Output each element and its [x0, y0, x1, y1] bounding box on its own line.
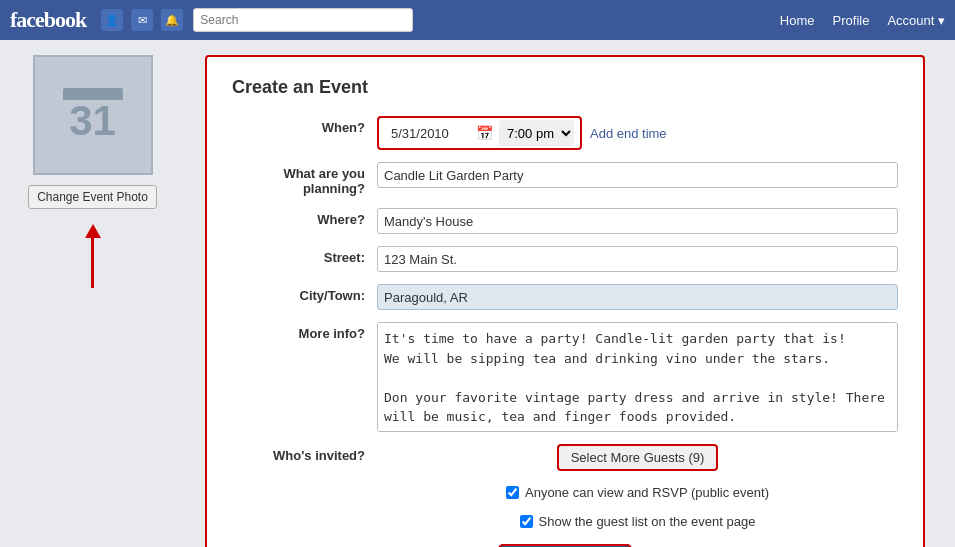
- planning-row: What are you planning?: [232, 162, 898, 196]
- main-content: Create an Event When? 📅 7:00 pm 7:30 pm …: [185, 40, 955, 547]
- arrow-indicator: [85, 224, 101, 288]
- more-info-label: More info?: [232, 322, 377, 341]
- friends-icon[interactable]: 👤: [101, 9, 123, 31]
- top-navigation: facebook 👤 ✉ 🔔 Home Profile Account ▾: [0, 0, 955, 40]
- date-input[interactable]: [385, 120, 470, 146]
- search-input[interactable]: [193, 8, 413, 32]
- planning-label: What are you planning?: [232, 162, 377, 196]
- add-end-time-link[interactable]: Add end time: [590, 126, 667, 141]
- public-event-checkbox[interactable]: [506, 486, 519, 499]
- where-input[interactable]: [377, 208, 898, 234]
- when-label: When?: [232, 116, 377, 135]
- show-guest-list-checkbox-row: Show the guest list on the event page: [520, 514, 756, 529]
- who-invited-row: Who's invited? Select More Guests (9) An…: [232, 444, 898, 529]
- street-field: [377, 246, 898, 272]
- facebook-logo[interactable]: facebook: [10, 7, 86, 33]
- when-row: When? 📅 7:00 pm 7:30 pm 8:00 pm Add end …: [232, 116, 898, 150]
- create-event-card: Create an Event When? 📅 7:00 pm 7:30 pm …: [205, 55, 925, 547]
- planning-input[interactable]: [377, 162, 898, 188]
- city-label: City/Town:: [232, 284, 377, 303]
- arrow-line: [91, 238, 94, 288]
- show-guest-list-checkbox[interactable]: [520, 515, 533, 528]
- more-info-row: More info? It's time to have a party! Ca…: [232, 322, 898, 432]
- calendar-day-number: 31: [69, 100, 116, 142]
- show-guest-list-label: Show the guest list on the event page: [539, 514, 756, 529]
- event-photo-placeholder: 31: [33, 55, 153, 175]
- when-date-time-group: 📅 7:00 pm 7:30 pm 8:00 pm: [377, 116, 582, 150]
- city-input[interactable]: [377, 284, 898, 310]
- left-sidebar: 31 Change Event Photo: [0, 40, 185, 547]
- public-event-checkbox-row: Anyone can view and RSVP (public event): [506, 485, 769, 500]
- calendar-picker-icon[interactable]: 📅: [476, 125, 493, 141]
- calendar-icon: 31: [63, 88, 123, 142]
- who-invited-label: Who's invited?: [232, 444, 377, 463]
- city-row: City/Town:: [232, 284, 898, 310]
- public-event-label: Anyone can view and RSVP (public event): [525, 485, 769, 500]
- form-title: Create an Event: [232, 77, 898, 98]
- street-label: Street:: [232, 246, 377, 265]
- planning-field: [377, 162, 898, 188]
- notifications-icon[interactable]: 🔔: [161, 9, 183, 31]
- when-fields: 📅 7:00 pm 7:30 pm 8:00 pm Add end time: [377, 116, 898, 150]
- search-bar: [193, 8, 413, 32]
- more-info-textarea[interactable]: It's time to have a party! Candle-lit ga…: [377, 322, 898, 432]
- select-guests-button[interactable]: Select More Guests (9): [557, 444, 719, 471]
- who-invited-content: Select More Guests (9) Anyone can view a…: [377, 444, 898, 529]
- more-info-field: It's time to have a party! Candle-lit ga…: [377, 322, 898, 432]
- change-photo-button[interactable]: Change Event Photo: [28, 185, 157, 209]
- street-input[interactable]: [377, 246, 898, 272]
- city-field: [377, 284, 898, 310]
- where-row: Where?: [232, 208, 898, 234]
- account-nav-link[interactable]: Account ▾: [887, 13, 945, 28]
- time-select[interactable]: 7:00 pm 7:30 pm 8:00 pm: [499, 120, 574, 146]
- nav-right-links: Home Profile Account ▾: [780, 13, 945, 28]
- street-row: Street:: [232, 246, 898, 272]
- where-label: Where?: [232, 208, 377, 227]
- messages-icon[interactable]: ✉: [131, 9, 153, 31]
- arrow-head: [85, 224, 101, 238]
- nav-icon-group: 👤 ✉ 🔔: [101, 9, 183, 31]
- profile-nav-link[interactable]: Profile: [833, 13, 870, 28]
- where-field: [377, 208, 898, 234]
- home-nav-link[interactable]: Home: [780, 13, 815, 28]
- main-layout: 31 Change Event Photo Create an Event Wh…: [0, 40, 955, 547]
